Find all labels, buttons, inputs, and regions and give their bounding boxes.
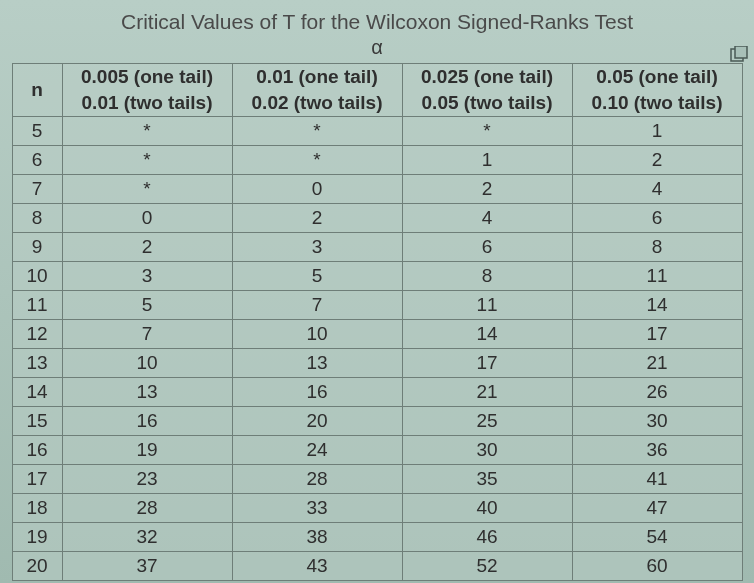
- value-cell: 3: [62, 262, 232, 291]
- value-cell: 26: [572, 378, 742, 407]
- value-cell: 17: [402, 349, 572, 378]
- value-cell: 54: [572, 523, 742, 552]
- value-cell: 60: [572, 552, 742, 581]
- value-cell: 10: [232, 320, 402, 349]
- table-row: 6**12: [12, 146, 742, 175]
- n-cell: 18: [12, 494, 62, 523]
- page: Critical Values of T for the Wilcoxon Si…: [0, 0, 754, 583]
- value-cell: 5: [62, 291, 232, 320]
- value-cell: 23: [62, 465, 232, 494]
- svg-rect-1: [735, 46, 747, 58]
- table-row: 80246: [12, 204, 742, 233]
- n-cell: 17: [12, 465, 62, 494]
- n-cell: 20: [12, 552, 62, 581]
- value-cell: 33: [232, 494, 402, 523]
- value-cell: 40: [402, 494, 572, 523]
- value-cell: 11: [572, 262, 742, 291]
- table-row: 5***1: [12, 117, 742, 146]
- col-header-one-2: 0.025 (one tail): [402, 64, 572, 91]
- value-cell: 21: [402, 378, 572, 407]
- value-cell: 52: [402, 552, 572, 581]
- table-row: 1619243036: [12, 436, 742, 465]
- value-cell: 11: [402, 291, 572, 320]
- value-cell: 35: [402, 465, 572, 494]
- value-cell: 6: [572, 204, 742, 233]
- value-cell: 14: [402, 320, 572, 349]
- value-cell: 7: [62, 320, 232, 349]
- value-cell: *: [62, 146, 232, 175]
- col-header-two-2: 0.05 (two tails): [402, 90, 572, 117]
- value-cell: 4: [572, 175, 742, 204]
- value-cell: 2: [572, 146, 742, 175]
- value-cell: 21: [572, 349, 742, 378]
- table-row: 92368: [12, 233, 742, 262]
- value-cell: 32: [62, 523, 232, 552]
- table-row: 127101417: [12, 320, 742, 349]
- n-cell: 15: [12, 407, 62, 436]
- value-cell: 6: [402, 233, 572, 262]
- value-cell: 1: [402, 146, 572, 175]
- value-cell: 24: [232, 436, 402, 465]
- value-cell: 0: [62, 204, 232, 233]
- col-header-two-1: 0.02 (two tails): [232, 90, 402, 117]
- n-cell: 19: [12, 523, 62, 552]
- n-cell: 7: [12, 175, 62, 204]
- value-cell: *: [62, 175, 232, 204]
- value-cell: 8: [402, 262, 572, 291]
- value-cell: 28: [62, 494, 232, 523]
- value-cell: 36: [572, 436, 742, 465]
- n-cell: 6: [12, 146, 62, 175]
- value-cell: 41: [572, 465, 742, 494]
- table-row: 2037435260: [12, 552, 742, 581]
- n-cell: 9: [12, 233, 62, 262]
- value-cell: 43: [232, 552, 402, 581]
- table-row: 11571114: [12, 291, 742, 320]
- col-header-one-0: 0.005 (one tail): [62, 64, 232, 91]
- value-cell: 38: [232, 523, 402, 552]
- value-cell: 2: [62, 233, 232, 262]
- col-header-one-3: 0.05 (one tail): [572, 64, 742, 91]
- value-cell: *: [62, 117, 232, 146]
- value-cell: 8: [572, 233, 742, 262]
- value-cell: *: [232, 117, 402, 146]
- value-cell: 19: [62, 436, 232, 465]
- value-cell: 30: [572, 407, 742, 436]
- value-cell: 5: [232, 262, 402, 291]
- value-cell: 10: [62, 349, 232, 378]
- n-cell: 16: [12, 436, 62, 465]
- n-cell: 12: [12, 320, 62, 349]
- n-cell: 14: [12, 378, 62, 407]
- value-cell: 13: [232, 349, 402, 378]
- value-cell: 4: [402, 204, 572, 233]
- col-header-two-3: 0.10 (two tails): [572, 90, 742, 117]
- n-cell: 11: [12, 291, 62, 320]
- n-header: n: [12, 64, 62, 117]
- table-row: 1035811: [12, 262, 742, 291]
- value-cell: 25: [402, 407, 572, 436]
- critical-values-table: n 0.005 (one tail) 0.01 (one tail) 0.025…: [12, 63, 743, 581]
- n-cell: 13: [12, 349, 62, 378]
- table-row: 1723283541: [12, 465, 742, 494]
- value-cell: 20: [232, 407, 402, 436]
- table-row: 1932384654: [12, 523, 742, 552]
- popout-icon[interactable]: [730, 46, 748, 62]
- value-cell: 37: [62, 552, 232, 581]
- table-body: 5***16**127*0248024692368103581111571114…: [12, 117, 742, 581]
- value-cell: 28: [232, 465, 402, 494]
- value-cell: *: [232, 146, 402, 175]
- col-header-one-1: 0.01 (one tail): [232, 64, 402, 91]
- table-row: 1413162126: [12, 378, 742, 407]
- value-cell: *: [402, 117, 572, 146]
- n-cell: 5: [12, 117, 62, 146]
- table-row: 1828334047: [12, 494, 742, 523]
- value-cell: 46: [402, 523, 572, 552]
- value-cell: 16: [232, 378, 402, 407]
- table-row: 1310131721: [12, 349, 742, 378]
- table-row: 7*024: [12, 175, 742, 204]
- page-title: Critical Values of T for the Wilcoxon Si…: [8, 10, 746, 34]
- n-cell: 8: [12, 204, 62, 233]
- value-cell: 2: [402, 175, 572, 204]
- n-cell: 10: [12, 262, 62, 291]
- value-cell: 30: [402, 436, 572, 465]
- value-cell: 7: [232, 291, 402, 320]
